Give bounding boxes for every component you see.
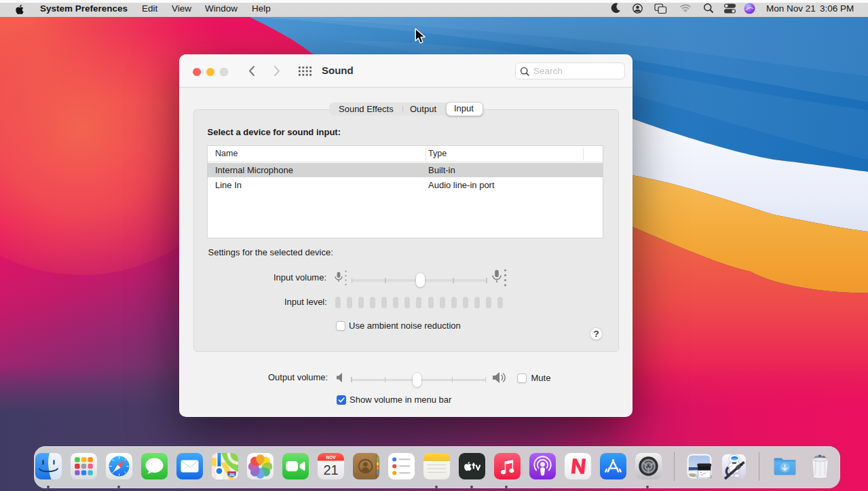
svg-text:NOV: NOV: [326, 455, 336, 460]
svg-text:280: 280: [229, 473, 234, 477]
svg-text:21: 21: [323, 462, 338, 477]
